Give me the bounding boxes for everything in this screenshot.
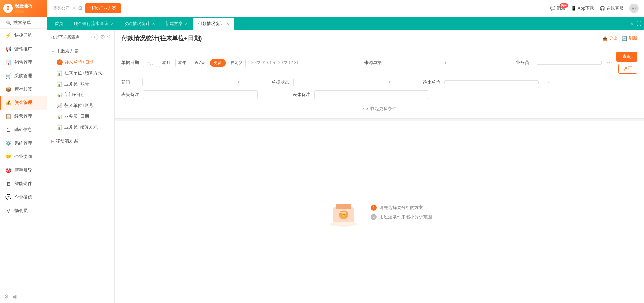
plan-item-dept-date[interactable]: 📊部门+日期 <box>47 89 114 100</box>
table-body-note-input[interactable] <box>314 90 429 99</box>
tab-label-payment-stats: 付款情况统计 <box>198 21 224 27</box>
sidebar-footer: ⚙ ◀ <box>0 290 47 303</box>
plan-item-label-counterpart-date: 往来单位+日期 <box>65 59 94 65</box>
tab-bank-flow[interactable]: 现金银行流水查询✕ <box>69 18 118 30</box>
salesperson-more-btn[interactable]: ··· <box>607 60 612 66</box>
sidebar-item-enterprise[interactable]: 🤝企业协同 <box>0 150 47 163</box>
counterpart-label: 往来单位 <box>423 79 440 85</box>
plan-section-title-desktop[interactable]: ▼电脑端方案 <box>47 46 114 57</box>
tab-close-receipt-stats[interactable]: ✕ <box>152 22 155 26</box>
sidebar-item-member[interactable]: V畅会员 <box>0 204 47 217</box>
dept-select[interactable]: ▾ <box>142 78 243 86</box>
sidebar-label-operations: 经营管理 <box>14 113 32 119</box>
export-icon: 📤 <box>602 36 608 41</box>
app-download-item[interactable]: 📱 App下载 <box>571 5 594 11</box>
tab-label-bank-flow: 现金银行流水查询 <box>74 21 109 27</box>
doc-status-select[interactable]: ▾ <box>293 78 394 86</box>
sidebar-label-guide: 新手引导 <box>14 167 32 173</box>
tab-new-plan[interactable]: 新建方案✕ <box>160 18 193 30</box>
more-btn[interactable]: 更多 <box>210 59 226 67</box>
plan-item-salesperson-settlement[interactable]: 📊业务员+结算方式 <box>47 122 114 132</box>
query-button[interactable]: 查询 <box>616 52 637 62</box>
dept-chevron: ▾ <box>238 80 240 84</box>
date-label: 单据日期 <box>121 60 139 66</box>
sidebar-icon-sales: 📊 <box>5 59 12 66</box>
salesperson-select[interactable] <box>537 61 602 65</box>
last-7-days-btn[interactable]: 近7天 <box>192 59 208 67</box>
plan-item-salesperson-date[interactable]: 📊业务员+日期 <box>47 111 114 122</box>
top-header: 某某公司 ▾ ⚙ 体验行业方案 💬 消息 99+ 📱 App下载 🎧 在线客服 … <box>47 0 644 17</box>
download-icon: 📱 <box>571 6 576 11</box>
sidebar-icon-operations: 📋 <box>5 113 12 120</box>
counterpart-more-btn[interactable]: ··· <box>544 79 550 85</box>
filter-row-2: 部门 ▾ 单据状态 ▾ 往来单位 ·· <box>121 78 637 86</box>
tab-close-payment-stats[interactable]: ✕ <box>226 22 229 26</box>
content-area: 按以下方案查询 + ⚙ ◁ ▼电脑端方案✓往来单位+日期📊往来单位+结算方式📊业… <box>47 30 644 303</box>
plan-item-counterpart-settlement[interactable]: 📊往来单位+结算方式 <box>47 68 114 79</box>
search-menu[interactable]: 🔍 搜索菜单 <box>0 17 47 29</box>
step1-num: 1 <box>371 205 377 211</box>
this-year-btn[interactable]: 本年 <box>175 59 189 67</box>
add-plan-icon[interactable]: + <box>91 34 98 40</box>
custom-btn[interactable]: 自定义 <box>228 59 246 67</box>
settings-filter-button[interactable]: 设置 <box>618 64 637 74</box>
header-left: 某某公司 ▾ ⚙ 体验行业方案 <box>53 3 546 13</box>
sidebar-label-marketing: 营销推广 <box>14 46 32 52</box>
maximize-icon[interactable]: ⛶ <box>637 21 641 26</box>
last-month-btn[interactable]: 上月 <box>143 59 157 67</box>
sidebar-item-sales[interactable]: 📊销售管理 <box>0 56 47 69</box>
sidebar-item-purchase[interactable]: 🛒采购管理 <box>0 69 47 83</box>
refresh-button[interactable]: 🔄 刷新 <box>622 35 637 41</box>
online-service-item[interactable]: 🎧 在线客服 <box>599 5 624 11</box>
filter-area: 单据日期 上月 本月 本年 近7天 更多 自定义 2022-01-01 至 20… <box>115 47 644 119</box>
footer-collapse-icon[interactable]: ◀ <box>12 293 16 300</box>
table-header-note-input[interactable] <box>143 90 258 99</box>
tab-receipt-stats[interactable]: 收款情况统计✕ <box>119 18 160 30</box>
user-avatar[interactable]: Rit <box>629 4 639 13</box>
export-button[interactable]: 📤 导出 <box>602 35 618 41</box>
header-settings-icon[interactable]: ⚙ <box>78 5 83 11</box>
tab-home[interactable]: 首页 <box>50 18 68 30</box>
sidebar-item-hardware[interactable]: 🖥智能硬件 <box>0 177 47 190</box>
plan-item-counterpart-account[interactable]: 📈往来单位+账号 <box>47 100 114 111</box>
plan-section-desktop: ▼电脑端方案✓往来单位+日期📊往来单位+结算方式📊业务员+账号📊部门+日期📈往来… <box>47 44 114 134</box>
sidebar-item-wechat[interactable]: 💬企业微信 <box>0 190 47 204</box>
message-badge: 99+ <box>560 3 568 8</box>
sidebar-item-marketing[interactable]: 📢营销推广 <box>0 42 47 56</box>
sidebar-item-system[interactable]: ⚙️系统管理 <box>0 137 47 150</box>
collapse-icon: ∧∧ <box>362 106 369 111</box>
salesperson-label: 业务员 <box>516 60 533 66</box>
arrow-mobile: ▶ <box>51 139 54 143</box>
tab-payment-stats[interactable]: 付款情况统计✕ <box>193 18 234 30</box>
empty-state: 😊 1 请先选择要分析的方案 2 用过滤条件来缩小分析范围 <box>115 121 644 303</box>
this-month-btn[interactable]: 本月 <box>159 59 173 67</box>
sidebar-icon-system: ⚙️ <box>5 140 12 147</box>
sidebar-item-basic-info[interactable]: 🗂基础信息 <box>0 123 47 137</box>
tab-label-home: 首页 <box>55 21 63 27</box>
plan-item-salesperson-account[interactable]: 📊业务员+账号 <box>47 79 114 89</box>
message-item[interactable]: 💬 消息 99+ <box>550 5 565 11</box>
footer-settings-icon[interactable]: ⚙ <box>4 293 9 300</box>
sidebar-item-guide[interactable]: 🎯新手引导 <box>0 163 47 177</box>
sidebar-item-capital[interactable]: 💰资金管理 <box>0 96 47 110</box>
date-options: 上月 本月 本年 近7天 更多 自定义 <box>143 59 246 67</box>
close-all-icon[interactable]: ✕ <box>630 21 634 26</box>
sidebar-item-operations[interactable]: 📋经营管理 <box>0 110 47 123</box>
tab-close-new-plan[interactable]: ✕ <box>185 22 188 26</box>
sidebar-item-inventory[interactable]: 📦库存核算 <box>0 83 47 96</box>
sidebar-icon-inventory: 📦 <box>5 86 12 93</box>
refresh-icon: 🔄 <box>622 36 627 41</box>
sidebar-icon-basic-info: 🗂 <box>5 126 12 133</box>
counterpart-select[interactable] <box>444 80 539 84</box>
sidebar-label-basic-info: 基础信息 <box>14 127 32 133</box>
plan-settings-icon[interactable]: ⚙ <box>100 34 105 40</box>
sidebar-item-quick-nav[interactable]: ⚡快捷导航 <box>0 29 47 42</box>
plan-item-counterpart-date[interactable]: ✓往来单位+日期 <box>47 57 114 68</box>
plan-section-title-mobile[interactable]: ▶移动端方案 <box>47 135 114 147</box>
left-panel-collapse-icon[interactable]: ◁ <box>107 34 110 40</box>
sidebar: 6 畅捷通巧 标准版 🔍 搜索菜单 ⚡快捷导航📢营销推广📊销售管理🛒采购管理📦库… <box>0 0 47 303</box>
trial-button[interactable]: 体验行业方案 <box>85 3 121 13</box>
tab-close-bank-flow[interactable]: ✕ <box>111 22 114 26</box>
source-doc-select[interactable]: ▾ <box>386 59 450 67</box>
collapse-conditions-btn[interactable]: ∧∧ 收起更多条件 <box>115 103 644 114</box>
